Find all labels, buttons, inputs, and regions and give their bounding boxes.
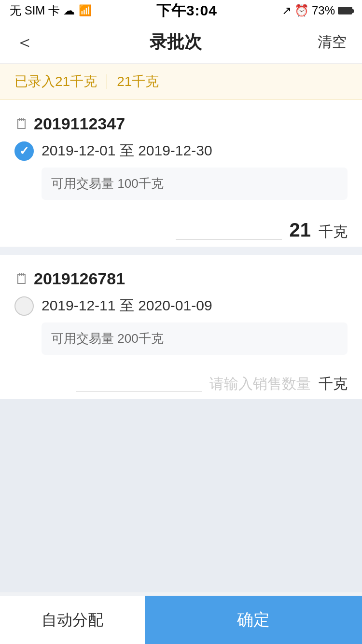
- batch1-avail: 可用交易量 100千克: [42, 168, 348, 200]
- auto-distribute-button[interactable]: 自动分配: [0, 596, 145, 644]
- recorded-label: 已录入21千克: [14, 72, 97, 91]
- batch2-input-row: 请输入销售数量 千克: [0, 364, 362, 399]
- status-bar: 无 SIM 卡 ☁ 📶 下午3:04 ↗ ⏰ 73%: [0, 0, 362, 21]
- batch2-input-unit: 千克: [319, 374, 348, 394]
- info-divider: [107, 74, 107, 89]
- batch1-card: 🗒 2019112347 2019-12-01 至 2019-12-30 可用交…: [0, 100, 362, 210]
- back-button[interactable]: ＜: [15, 30, 34, 55]
- batch2-avail: 可用交易量 200千克: [42, 322, 348, 355]
- nav-bar: ＜ 录批次 清空: [0, 21, 362, 64]
- batch2-card: 🗒 2019126781 2019-12-11 至 2020-01-09 可用交…: [0, 255, 362, 364]
- confirm-button[interactable]: 确定: [145, 596, 362, 644]
- batch2-radio[interactable]: [14, 296, 34, 316]
- batch2-id: 2019126781: [34, 269, 125, 288]
- status-left: 无 SIM 卡 ☁ 📶: [10, 3, 92, 18]
- info-banner: 已录入21千克 21千克: [0, 64, 362, 100]
- batch1-qty-unit: 千克: [319, 222, 348, 242]
- batch1-header: 🗒 2019112347: [14, 114, 348, 133]
- battery-label: 73%: [312, 4, 335, 17]
- bottom-bar: 自动分配 确定: [0, 596, 362, 644]
- batch2-date-row[interactable]: 2019-12-11 至 2020-01-09: [14, 296, 348, 316]
- status-right: ↗ ⏰ 73%: [282, 4, 352, 17]
- batch2-icon: 🗒: [14, 271, 29, 287]
- batch1-radio[interactable]: [14, 141, 34, 161]
- batch1-qty-value[interactable]: 21: [290, 219, 311, 241]
- total-label: 21千克: [117, 72, 159, 91]
- sim-label: 无 SIM 卡 ☁: [10, 3, 75, 18]
- battery-icon: [338, 7, 352, 14]
- page-title: 录批次: [150, 30, 202, 54]
- location-icon: ↗: [282, 4, 292, 17]
- batch1-date-row[interactable]: 2019-12-01 至 2019-12-30: [14, 141, 348, 161]
- batch1-qty-underline: [176, 239, 282, 240]
- batch2-input-underline: [76, 392, 202, 392]
- wifi-icon: 📶: [79, 4, 92, 17]
- clear-button[interactable]: 清空: [318, 32, 347, 52]
- status-time: 下午3:04: [156, 1, 217, 21]
- batch1-date: 2019-12-01 至 2019-12-30: [42, 141, 212, 161]
- alarm-icon: ⏰: [294, 4, 309, 17]
- separator: [0, 247, 362, 255]
- gray-area: [0, 399, 362, 592]
- batch2-input-placeholder[interactable]: 请输入销售数量: [209, 374, 311, 394]
- batch1-id: 2019112347: [34, 114, 125, 133]
- batch2-date: 2019-12-11 至 2020-01-09: [42, 296, 212, 316]
- batch1-icon: 🗒: [14, 116, 29, 132]
- batch2-header: 🗒 2019126781: [14, 269, 348, 288]
- batch1-qty-row: 21 千克: [0, 210, 362, 247]
